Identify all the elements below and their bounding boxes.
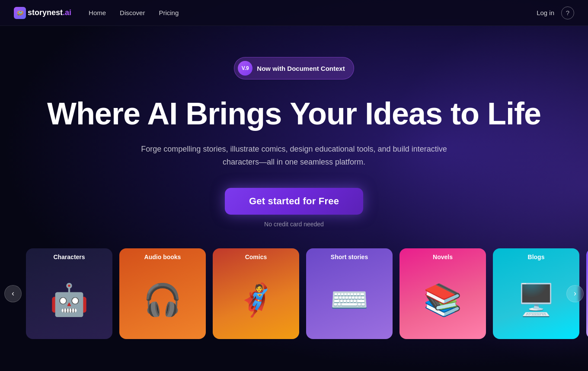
carousel-card-comics[interactable]: Comics 🦸 bbox=[213, 248, 299, 339]
no-credit-text: No credit card needed bbox=[264, 221, 324, 228]
carousel-card-characters[interactable]: Characters 🤖 bbox=[26, 248, 112, 339]
login-button[interactable]: Log in bbox=[537, 9, 554, 16]
card-label-blogs: Blogs bbox=[493, 248, 579, 264]
version-number: V.9 bbox=[238, 61, 252, 76]
carousel-card-audiobooks[interactable]: Audio books 🎧 bbox=[119, 248, 206, 339]
nav-pricing[interactable]: Pricing bbox=[159, 9, 179, 16]
card-label-education: Education bbox=[586, 248, 588, 264]
carousel-card-education[interactable]: Education 🎒 bbox=[586, 248, 588, 339]
help-button[interactable]: ? bbox=[561, 6, 574, 19]
carousel-prev-button[interactable]: ‹ bbox=[4, 285, 22, 302]
logo-text: storynest.ai bbox=[28, 8, 71, 17]
logo[interactable]: 🪺 storynest.ai bbox=[14, 7, 71, 19]
headline-part2: Your Ideas to Life bbox=[290, 96, 541, 131]
nav-discover[interactable]: Discover bbox=[120, 9, 145, 16]
nav-links: Home Discover Pricing bbox=[89, 9, 537, 16]
logo-dot: .ai bbox=[63, 8, 71, 17]
version-badge[interactable]: V.9 Now with Document Context bbox=[234, 57, 354, 79]
card-label-audiobooks: Audio books bbox=[119, 248, 206, 264]
headline-part1: Where AI Brings bbox=[47, 96, 290, 131]
nav-right: Log in ? bbox=[537, 6, 574, 19]
hero-headline: Where AI Brings Your Ideas to Life bbox=[47, 97, 541, 131]
card-label-characters: Characters bbox=[26, 248, 112, 264]
navbar: 🪺 storynest.ai Home Discover Pricing Log… bbox=[0, 0, 588, 26]
card-label-shortstories: Short stories bbox=[306, 248, 393, 264]
card-label-comics: Comics bbox=[213, 248, 299, 264]
carousel-wrapper: ‹ Characters 🤖 Audio books 🎧 Comics 🦸 Sh… bbox=[0, 248, 588, 339]
carousel-next-button[interactable]: › bbox=[566, 285, 584, 302]
carousel-card-novels[interactable]: Novels 📚 bbox=[399, 248, 486, 339]
nav-home[interactable]: Home bbox=[89, 9, 106, 16]
hero-subtext: Forge compelling stories, illustrate com… bbox=[138, 143, 450, 168]
cta-button[interactable]: Get started for Free bbox=[225, 188, 363, 215]
badge-text: Now with Document Context bbox=[257, 65, 345, 72]
carousel-track: Characters 🤖 Audio books 🎧 Comics 🦸 Shor… bbox=[0, 248, 588, 339]
card-label-novels: Novels bbox=[399, 248, 486, 264]
carousel-card-shortstories[interactable]: Short stories ⌨️ bbox=[306, 248, 393, 339]
hero-section: V.9 Now with Document Context Where AI B… bbox=[0, 26, 588, 248]
logo-icon: 🪺 bbox=[14, 7, 26, 19]
